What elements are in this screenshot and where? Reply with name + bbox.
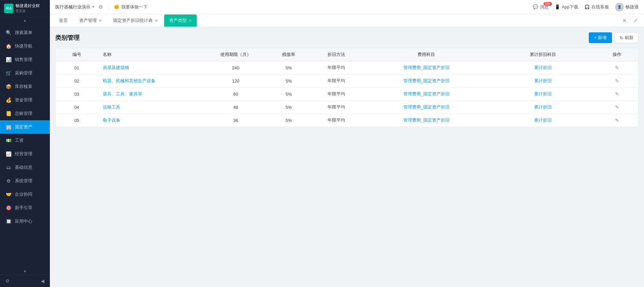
sidebar-icon-ledger: 📒 [5,110,11,117]
cell-action-2: ✎ [596,88,638,101]
sidebar-item-search[interactable]: 🔍 搜索菜单 [0,26,50,39]
tab-asset-mgmt[interactable]: 资产管理 ✕ [74,14,107,27]
sidebar-label-app-center: 应用中心 [15,218,32,224]
sidebar-item-quick-nav[interactable]: 🏠 快捷导航 [0,39,50,53]
edit-icon-4[interactable]: ✎ [615,118,619,123]
cell-period-3: 48 [204,101,268,114]
tab-depreciation-stat-close[interactable]: ✕ [155,19,158,23]
topbar-settings-icon[interactable]: ⚙ [98,4,103,10]
edit-icon-3[interactable]: ✎ [615,104,619,110]
sidebar-label-fixed-assets: 固定资产 [15,124,32,130]
cell-fee-1[interactable]: 管理费用_固定资产折旧 [363,74,490,88]
app-download-icon: 📱 [555,4,560,9]
topbar-divider [108,4,109,10]
sidebar-icon-purchase: 🛒 [5,70,11,76]
sidebar-scroll-up-button[interactable]: ▲ [23,17,27,24]
new-button[interactable]: + 新增 [589,32,612,43]
module-chevron-icon: ▾ [92,5,94,9]
sidebar-item-enterprise[interactable]: 🤝 企业协同 [0,188,50,201]
col-header-method: 折旧方法 [310,48,363,61]
logo-title: 畅捷通好业财 [16,3,40,9]
sidebar-scroll-down-button[interactable]: ▼ [23,268,27,275]
tab-asset-type[interactable]: 资产类型 ✕ [164,14,197,27]
tab-close-window-button[interactable]: ✕ [620,17,629,24]
sidebar-icon-app-center: 🔲 [5,218,11,224]
cell-fee-4[interactable]: 管理费用_固定资产折旧 [363,114,490,127]
tab-depreciation-stat[interactable]: 固定资产折旧统计表 ✕ [108,14,163,27]
sidebar-item-guide[interactable]: 🎯 新手引导 [0,201,50,215]
asset-type-table: 编号 名称 使用期限（月） 残值率 折旧方法 费用科目 累计折旧科目 操作 01… [56,48,638,127]
message-button[interactable]: 💬 消息 99+ [533,4,549,10]
tabs-bar: 首页 资产管理 ✕ 固定资产折旧统计表 ✕ 资产类型 ✕ ✕ ⤢ [50,14,644,27]
sidebar-item-app-center[interactable]: 🔲 应用中心 [0,215,50,228]
cell-name-1[interactable]: 机器、机械和其他生产设备 [98,74,204,88]
sidebar-label-quick-nav: 快捷导航 [15,43,32,49]
sidebar-label-purchase: 采购管理 [15,70,32,76]
sidebar-item-sales[interactable]: 📊 销售管理 [0,53,50,66]
customer-service-icon: 🎧 [584,4,590,9]
edit-icon-0[interactable]: ✎ [615,65,619,70]
sidebar-nav: 🔍 搜索菜单 🏠 快捷导航 📊 销售管理 🛒 采购管理 📦 库存核算 💰 资金管… [0,24,50,268]
sidebar-item-finance[interactable]: 💰 资金管理 [0,93,50,107]
table-header-row: 编号 名称 使用期限（月） 残值率 折旧方法 费用科目 累计折旧科目 操作 [56,48,638,61]
sidebar-item-basic-info[interactable]: 🗂 基础信息 [0,161,50,174]
sidebar-item-payroll[interactable]: 💵 工资 [0,134,50,147]
page-actions: + 新增 ↻ 刷新 [589,32,639,43]
cell-accum-3[interactable]: 累计折旧 [490,101,596,114]
tab-asset-type-close[interactable]: ✕ [189,19,192,23]
cell-name-3[interactable]: 运输工具 [98,101,204,114]
collapse-icon[interactable]: ◀ [41,278,44,284]
cell-code-0: 01 [56,61,98,74]
cell-method-3: 年限平均 [310,101,363,114]
cell-accum-0[interactable]: 累计折旧 [490,61,596,74]
tab-expand-button[interactable]: ⤢ [632,17,640,24]
cell-residual-3: 5% [268,101,310,114]
sidebar-item-fixed-assets[interactable]: 🏢 固定资产 [0,120,50,134]
module-selector[interactable]: 医疗器械行业演示 ▾ [55,4,94,10]
col-header-action: 操作 [596,48,638,61]
experience-button[interactable]: 😊 我要体验一下 [114,4,148,10]
avatar: 👤 [615,3,624,11]
cell-name-2[interactable]: 器具、工具、家具等 [98,88,204,101]
col-header-residual: 残值率 [268,48,310,61]
tab-home[interactable]: 首页 [54,14,73,27]
sidebar-icon-finance: 💰 [5,97,11,103]
table-row: 04 运输工具 48 5% 年限平均 管理费用_固定资产折旧 累计折旧 ✎ [56,101,638,114]
refresh-button[interactable]: ↻ 刷新 [615,32,639,43]
sidebar-label-payroll: 工资 [15,137,24,144]
sidebar-item-ledger[interactable]: 📒 总账管理 [0,107,50,120]
refresh-label: 刷新 [625,35,634,41]
sidebar-item-system[interactable]: ⚙ 系统管理 [0,174,50,188]
tab-asset-mgmt-close[interactable]: ✕ [99,19,102,23]
cell-accum-2[interactable]: 累计折旧 [490,88,596,101]
sidebar-item-purchase[interactable]: 🛒 采购管理 [0,66,50,80]
sidebar: AtA 畅捷通好业财 普及版 ▲ 🔍 搜索菜单 🏠 快捷导航 📊 销售管理 🛒 … [0,0,50,287]
tab-home-label: 首页 [59,18,68,24]
edit-icon-2[interactable]: ✎ [615,91,619,97]
tab-depreciation-stat-label: 固定资产折旧统计表 [113,18,153,24]
sidebar-icon-system: ⚙ [5,178,11,184]
sidebar-item-inventory[interactable]: 📦 库存核算 [0,80,50,93]
table-row: 05 电子设备 36 5% 年限平均 管理费用_固定资产折旧 累计折旧 ✎ [56,114,638,127]
cell-fee-0[interactable]: 管理费用_固定资产折旧 [363,61,490,74]
user-menu[interactable]: 👤 畅捷通 [615,3,639,11]
content-area: 类别管理 + 新增 ↻ 刷新 编号 名称 使用期限（月） 残值率 折旧方法 [50,27,644,287]
cell-fee-2[interactable]: 管理费用_固定资产折旧 [363,88,490,101]
sidebar-scroll-top: ▲ [0,17,50,24]
sidebar-icon-payroll: 💵 [5,137,11,144]
customer-service-button[interactable]: 🎧 在线客服 [584,4,609,10]
main-area: 医疗器械行业演示 ▾ ⚙ 😊 我要体验一下 💬 消息 99+ 📱 App下载 🎧… [50,0,644,287]
customer-service-label: 在线客服 [591,4,609,10]
sidebar-item-operations[interactable]: 📈 经营管理 [0,147,50,161]
cell-accum-1[interactable]: 累计折旧 [490,74,596,88]
table-row: 01 房屋及建筑物 240 5% 年限平均 管理费用_固定资产折旧 累计折旧 ✎ [56,61,638,74]
sidebar-icon-sales: 📊 [5,57,11,63]
cell-accum-4[interactable]: 累计折旧 [490,114,596,127]
settings-icon[interactable]: ⚙ [5,278,10,284]
cell-fee-3[interactable]: 管理费用_固定资产折旧 [363,101,490,114]
app-download-button[interactable]: 📱 App下载 [555,4,578,10]
edit-icon-1[interactable]: ✎ [615,78,619,84]
sidebar-icon-fixed-assets: 🏢 [5,124,11,130]
cell-name-4[interactable]: 电子设备 [98,114,204,127]
cell-name-0[interactable]: 房屋及建筑物 [98,61,204,74]
